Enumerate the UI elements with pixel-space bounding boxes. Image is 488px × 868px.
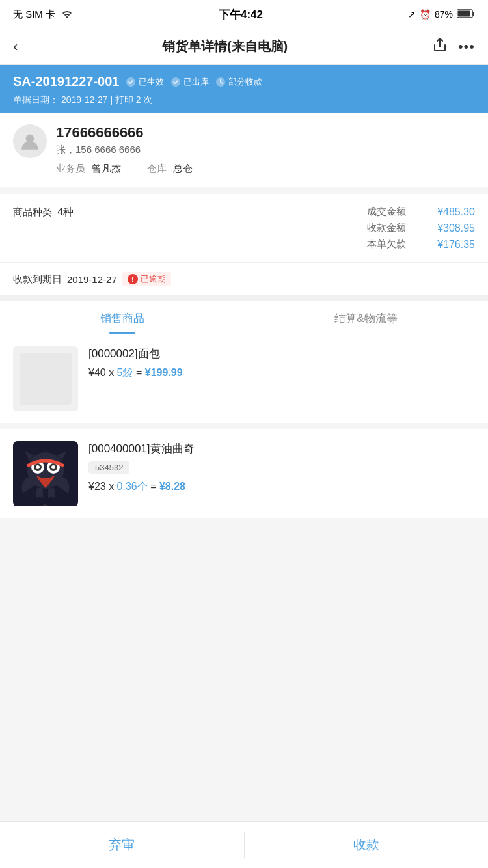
battery-text: 87% bbox=[435, 9, 453, 20]
svg-point-13 bbox=[36, 465, 40, 469]
svg-rect-1 bbox=[472, 12, 474, 16]
svg-rect-2 bbox=[457, 10, 470, 16]
product-details-bread: [0000002]面包 ¥40 x 5袋 = ¥199.99 bbox=[88, 346, 475, 380]
more-icon[interactable]: ••• bbox=[458, 38, 475, 55]
debt-amount-label: 本单欠款 bbox=[367, 238, 406, 251]
stats-right: 成交金额 ¥485.30 收款金额 ¥308.95 本单欠款 ¥176.35 bbox=[367, 206, 475, 251]
customer-section: 17666666666 张，156 6666 6666 业务员 曾凡杰 仓库 总… bbox=[0, 113, 488, 187]
badge-partial-payment: 部分收款 bbox=[215, 76, 262, 88]
page-title: 销货单详情(来自电脑) bbox=[162, 38, 288, 55]
doc-date-row: 单据日期： 2019-12-27 | 打印 2 次 bbox=[13, 94, 475, 106]
debt-amount-value: ¥176.35 bbox=[416, 239, 475, 251]
wifi-icon bbox=[61, 9, 74, 20]
customer-phone: 张，156 6666 6666 bbox=[56, 144, 475, 156]
stats-section: 商品种类 4种 成交金额 ¥485.30 收款金额 ¥308.95 本单欠款 ¥… bbox=[0, 194, 488, 263]
header-banner: SA-20191227-001 已生效 已出库 部分收款 单据日期： 2019-… bbox=[0, 65, 488, 113]
debt-amount-row: 本单欠款 ¥176.35 bbox=[367, 238, 475, 251]
deal-amount-row: 成交金额 ¥485.30 bbox=[367, 206, 475, 218]
back-button[interactable]: ‹ bbox=[13, 38, 18, 55]
product-list: [0000002]面包 ¥40 x 5袋 = ¥199.99 bbox=[0, 334, 488, 571]
cancel-audit-button[interactable]: 弃审 bbox=[0, 824, 244, 865]
tab-sales-products[interactable]: 销售商品 bbox=[0, 301, 244, 334]
received-amount-value: ¥308.95 bbox=[416, 223, 475, 234]
nav-left: ‹ bbox=[13, 38, 18, 55]
product-sku-cookie: 534532 bbox=[88, 461, 129, 474]
nav-right: ••• bbox=[432, 37, 475, 56]
banner-row1: SA-20191227-001 已生效 已出库 部分收款 bbox=[13, 74, 475, 89]
tabs: 销售商品 结算&物流等 bbox=[0, 301, 488, 334]
svg-point-18 bbox=[46, 497, 57, 502]
due-date-value: 2019-12-27 bbox=[67, 274, 117, 285]
received-amount-row: 收款金额 ¥308.95 bbox=[367, 222, 475, 234]
nav-bar: ‹ 销货单详情(来自电脑) ••• bbox=[0, 29, 488, 65]
product-details-cookie: [000400001]黄油曲奇 534532 ¥23 x 0.36个 = ¥8.… bbox=[88, 441, 475, 494]
share-icon[interactable] bbox=[432, 37, 448, 56]
carrier-text: 无 SIM 卡 bbox=[13, 8, 55, 21]
location-icon: ↗ bbox=[408, 9, 416, 20]
svg-point-17 bbox=[34, 497, 45, 502]
svg-point-14 bbox=[51, 465, 55, 469]
product-item: 智+ [000400001]黄油曲奇 534532 ¥23 x 0.36个 = … bbox=[0, 429, 488, 518]
status-bar: 无 SIM 卡 下午4:42 ↗ ⏰ 87% bbox=[0, 0, 488, 29]
bottom-bar: 弃审 收款 bbox=[0, 821, 488, 868]
badge-effective: 已生效 bbox=[126, 76, 164, 88]
due-date-label: 收款到期日 bbox=[13, 273, 62, 286]
deal-amount-label: 成交金额 bbox=[367, 206, 406, 218]
product-name-bread: [0000002]面包 bbox=[88, 346, 475, 361]
deal-amount-value: ¥485.30 bbox=[416, 206, 475, 218]
warehouse-info: 仓库 总仓 bbox=[147, 163, 193, 175]
customer-avatar bbox=[13, 124, 47, 158]
stats-left: 商品种类 4种 bbox=[13, 206, 74, 219]
svg-text:智+: 智+ bbox=[43, 503, 48, 506]
product-thumb-bread bbox=[13, 346, 78, 411]
badge-shipped: 已出库 bbox=[170, 76, 209, 88]
status-right: ↗ ⏰ 87% bbox=[408, 9, 475, 20]
alarm-icon: ⏰ bbox=[420, 9, 431, 20]
product-name-cookie: [000400001]黄油曲奇 bbox=[88, 441, 475, 456]
customer-name: 17666666666 bbox=[56, 124, 475, 141]
received-amount-label: 收款金额 bbox=[367, 222, 406, 234]
status-time: 下午4:42 bbox=[219, 7, 263, 22]
order-id: SA-20191227-001 bbox=[13, 74, 119, 89]
collect-payment-button[interactable]: 收款 bbox=[245, 824, 489, 865]
product-thumb-cookie: 智+ bbox=[13, 441, 78, 506]
overdue-badge: ! 已逾期 bbox=[122, 272, 171, 286]
tab-settlement-logistics[interactable]: 结算&物流等 bbox=[244, 301, 488, 334]
customer-meta: 业务员 曾凡杰 仓库 总仓 bbox=[56, 163, 475, 175]
product-item: [0000002]面包 ¥40 x 5袋 = ¥199.99 bbox=[0, 334, 488, 423]
status-left: 无 SIM 卡 bbox=[13, 8, 74, 21]
product-price-cookie: ¥23 x 0.36个 = ¥8.28 bbox=[88, 480, 475, 494]
overdue-icon: ! bbox=[128, 274, 138, 284]
bread-image-placeholder bbox=[20, 353, 72, 405]
sales-info: 业务员 曾凡杰 bbox=[56, 163, 121, 175]
category-count: 4种 bbox=[57, 206, 74, 217]
product-price-bread: ¥40 x 5袋 = ¥199.99 bbox=[88, 366, 475, 380]
battery-icon bbox=[457, 9, 475, 20]
customer-info: 17666666666 张，156 6666 6666 业务员 曾凡杰 仓库 总… bbox=[56, 124, 475, 175]
overdue-text: 已逾期 bbox=[141, 273, 166, 285]
due-date-section: 收款到期日 2019-12-27 ! 已逾期 bbox=[0, 263, 488, 301]
